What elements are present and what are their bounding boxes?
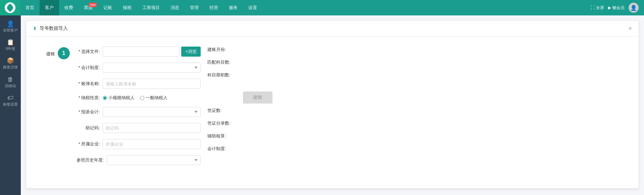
nav-item-invoice[interactable]: 票据new	[79, 0, 98, 15]
nav-item-home[interactable]: 首页	[20, 0, 40, 15]
right-aux-label: 辅助核算:	[207, 133, 226, 139]
form-row-history: 参照历史年度:	[77, 155, 201, 165]
right-row-month: 建账月份:	[207, 47, 308, 53]
accountant-label: * 指派会计:	[77, 109, 103, 115]
sidebar-item-tags[interactable]: 🏷 标签设置	[0, 92, 21, 109]
tax-radio-group: 小规模纳税人 一般纳税人	[103, 95, 201, 101]
right-voucher-label: 凭证数:	[207, 108, 222, 114]
sidebar-item-label-migration: 账套迁移	[3, 65, 18, 69]
close-button[interactable]: ×	[628, 25, 632, 31]
vip-icon: ▶	[608, 5, 611, 10]
sidebar: 👤 全部客户 📋 0申报 📦 账套迁移 🗑 回收站 🏷 标签设置	[0, 15, 21, 195]
migration-icon: 📦	[7, 58, 14, 64]
nav-item-customer[interactable]: 客户	[40, 0, 59, 15]
nav-item-message[interactable]: 消息	[165, 0, 185, 15]
radio-small-scale[interactable]: 小规模纳税人	[103, 95, 135, 101]
nav-item-fee[interactable]: 收费	[59, 0, 79, 15]
accounting-label: * 会计制度:	[77, 65, 103, 71]
sidebar-item-declaration[interactable]: 📋 0申报	[0, 37, 21, 54]
company-input-wrapper	[103, 139, 201, 149]
sidebar-item-migration[interactable]: 📦 账套迁移	[0, 55, 21, 72]
import-icon: ⬆	[33, 26, 37, 31]
radio-small-scale-input[interactable]	[103, 96, 107, 100]
sidebar-item-recycle[interactable]: 🗑 回收站	[0, 74, 21, 91]
top-nav: 首页 客户 收费 票据new 记账 报税 工商项目 消息 管理 经营 服务 设置…	[0, 0, 644, 15]
nav-item-manage[interactable]: 管理	[185, 0, 204, 15]
declaration-icon: 📋	[7, 39, 14, 45]
memo-label: 助记码:	[77, 125, 103, 131]
form-row-memo: 助记码:	[77, 123, 201, 133]
ledger-input-wrapper	[103, 79, 201, 89]
file-input-group: +浏览	[103, 47, 201, 57]
history-label: 参照历史年度:	[77, 157, 107, 163]
avatar[interactable]: 👤	[629, 3, 639, 13]
new-badge: new	[89, 3, 97, 7]
main-content: ⬆ 导爷数据导入 × 建账 1	[21, 15, 644, 195]
logo-leaf	[6, 3, 14, 12]
form-row-tax: * 纳税性质: 小规模纳税人 一般纳税人	[77, 95, 201, 101]
file-label: * 选择文件:	[77, 49, 103, 55]
nav-item-business[interactable]: 工商项目	[137, 0, 165, 15]
sidebar-item-all-customers[interactable]: 👤 全部客户	[0, 18, 21, 35]
all-customers-icon: 👤	[7, 21, 14, 27]
sidebar-item-label-customers: 全部客户	[3, 28, 18, 32]
nav-right: ⛶ 全屏 ▶ 畅会员 👤	[591, 3, 644, 13]
right-month-label: 建账月份:	[207, 47, 226, 53]
build-account-button[interactable]: 建账	[243, 91, 273, 104]
company-label: * 所属企业:	[77, 141, 103, 147]
step-label: 建账	[46, 51, 55, 57]
right-row-match: 匹配科目数:	[207, 59, 308, 65]
form-row-company: * 所属企业:	[77, 139, 201, 149]
fullscreen-btn[interactable]: ⛶ 全屏	[591, 5, 604, 11]
right-accounting-system-label: 会计制度:	[207, 146, 226, 152]
radio-general-label: 一般纳税人	[146, 95, 167, 101]
nav-item-service[interactable]: 服务	[224, 0, 243, 15]
right-period-label: 科目期初数:	[207, 72, 231, 78]
form-row-file: * 选择文件: +浏览	[77, 47, 201, 57]
fullscreen-icon: ⛶	[591, 5, 595, 10]
right-match-label: 匹配科目数:	[207, 59, 231, 65]
form-row-accounting: * 会计制度:	[77, 63, 201, 73]
form-row-ledger: * 账簿名称:	[77, 79, 201, 89]
history-select[interactable]	[107, 155, 201, 165]
memo-input[interactable]	[103, 123, 201, 133]
vip-label: 畅会员	[612, 5, 625, 11]
right-row-accounting-system: 会计制度:	[207, 146, 308, 152]
layout: 👤 全部客户 📋 0申报 📦 账套迁移 🗑 回收站 🏷 标签设置 ⬆ 导爷数	[0, 15, 644, 195]
radio-small-scale-label: 小规模纳税人	[108, 95, 135, 101]
form-section-left: 建账 1 * 选择文件:	[33, 47, 201, 171]
sidebar-item-label-declaration: 0申报	[6, 47, 15, 51]
dialog-wrapper: ⬆ 导爷数据导入 × 建账 1	[26, 21, 639, 188]
nav-item-operation[interactable]: 经营	[204, 0, 224, 15]
right-row-voucher: 凭证数:	[207, 108, 308, 114]
form-col-left: * 选择文件: +浏览 * 会计制度:	[77, 47, 201, 171]
company-input[interactable]	[103, 139, 201, 149]
sidebar-item-label-tags: 标签设置	[3, 102, 18, 107]
tags-icon: 🏷	[7, 95, 13, 101]
nav-item-settings[interactable]: 设置	[243, 0, 262, 15]
memo-input-wrapper	[103, 123, 201, 133]
browse-button[interactable]: +浏览	[181, 47, 201, 57]
ledger-name-input[interactable]	[103, 79, 201, 89]
vip-btn[interactable]: ▶ 畅会员	[608, 5, 625, 11]
logo	[0, 0, 20, 15]
logo-icon	[5, 2, 15, 13]
file-input[interactable]	[103, 47, 179, 57]
accountant-select-wrapper	[103, 107, 201, 117]
accounting-select[interactable]	[103, 63, 201, 73]
form-body: 建账 1 * 选择文件:	[26, 37, 639, 178]
nav-item-tax[interactable]: 报税	[117, 0, 137, 15]
accountant-select[interactable]	[103, 107, 201, 117]
form-row-accountant: * 指派会计:	[77, 107, 201, 117]
radio-general-input[interactable]	[140, 96, 144, 100]
dialog-header: ⬆ 导爷数据导入 ×	[26, 21, 639, 37]
step-number: 1	[62, 50, 65, 56]
right-row-voucher-records: 凭证分录数:	[207, 120, 308, 126]
history-select-wrapper	[107, 155, 201, 165]
radio-general[interactable]: 一般纳税人	[140, 95, 167, 101]
dialog-title-text: 导爷数据导入	[40, 25, 68, 31]
dialog-title: ⬆ 导爷数据导入	[33, 25, 68, 31]
tax-label: * 纳税性质:	[77, 95, 103, 101]
right-voucher-records-label: 凭证分录数:	[207, 120, 231, 126]
nav-item-bookkeeping[interactable]: 记账	[98, 0, 117, 15]
